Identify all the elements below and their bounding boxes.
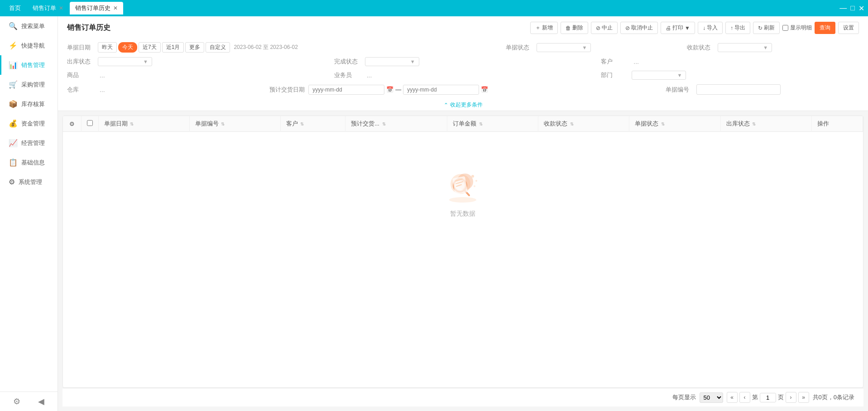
delete-icon: 🗑 xyxy=(566,25,571,31)
display-detail-checkbox[interactable] xyxy=(782,25,788,31)
product-control: ... xyxy=(98,71,325,80)
payment-status-arrow-icon: ▼ xyxy=(763,45,768,50)
department-select[interactable]: ▼ xyxy=(632,71,686,80)
7days-btn[interactable]: 近7天 xyxy=(139,42,161,53)
warehouse-dots-btn[interactable]: ... xyxy=(98,85,107,94)
sort-out-stock-icon[interactable]: ⇅ xyxy=(752,121,756,126)
sidebar-item-finance[interactable]: 💰 资金管理 xyxy=(0,114,58,133)
settings-filter-label: 设置 xyxy=(843,24,854,32)
table-header-row: ⚙ 单据日期 ⇅ 单据编号 ⇅ 客户 ⇅ 预计交货... ⇅ 订单金额 ⇅ 收款… xyxy=(63,116,863,132)
close-icon[interactable]: ✕ xyxy=(858,4,864,13)
order-status-arrow-icon: ▼ xyxy=(582,45,587,50)
page-label: 第 xyxy=(752,393,758,401)
sidebar-item-system[interactable]: ⚙ 系统管理 xyxy=(0,172,58,192)
complete-status-arrow-icon: ▼ xyxy=(410,59,415,64)
filter-row-1: 单据日期 昨天 今天 近7天 近1月 更多 自定义 2023-06-02 至 2… xyxy=(67,42,859,53)
sidebar-collapse-icon[interactable]: ◀ xyxy=(38,396,44,406)
first-page-button[interactable]: « xyxy=(727,392,738,403)
prev-page-button[interactable]: ‹ xyxy=(739,392,750,403)
select-all-checkbox[interactable] xyxy=(87,120,93,126)
import-button[interactable]: ↓ 导入 xyxy=(698,22,723,34)
stop-button[interactable]: ⊘ 中止 xyxy=(591,22,618,34)
yesterday-btn[interactable]: 昨天 xyxy=(98,42,117,53)
th-settings[interactable]: ⚙ xyxy=(63,116,81,132)
empty-state-icon xyxy=(440,168,485,204)
1month-btn[interactable]: 近1月 xyxy=(162,42,184,53)
tab-sales-order-close[interactable]: ✕ xyxy=(59,5,63,11)
filter-order-no: 单据编号 xyxy=(666,84,859,95)
basic-info-icon: 📋 xyxy=(9,158,18,167)
maximize-icon[interactable]: □ xyxy=(850,4,855,12)
sidebar-item-quick-nav[interactable]: ⚡ 快捷导航 xyxy=(0,36,58,55)
settings-filter-button[interactable]: 设置 xyxy=(838,22,859,34)
new-icon: ＋ xyxy=(535,24,541,32)
delivery-date-to-input[interactable] xyxy=(403,85,479,95)
export-button[interactable]: ↑ 导出 xyxy=(725,22,750,34)
customer-dots-btn[interactable]: ... xyxy=(632,57,641,66)
sort-date-icon[interactable]: ⇅ xyxy=(130,121,134,126)
collapse-row[interactable]: ⌃ 收起更多条件 xyxy=(67,99,859,111)
search-menu-icon: 🔍 xyxy=(9,22,18,30)
tab-sales-order[interactable]: 销售订单 ✕ xyxy=(27,2,69,15)
sort-payment-icon[interactable]: ⇅ xyxy=(570,121,574,126)
salesperson-dots-btn[interactable]: ... xyxy=(365,71,374,80)
th-delivery-date: 预计交货... ⇅ xyxy=(345,116,447,132)
customer-control: ... xyxy=(632,57,859,66)
complete-status-select[interactable]: ▼ xyxy=(365,57,419,66)
page-number-input[interactable] xyxy=(760,393,776,402)
sidebar-item-search[interactable]: 🔍 搜索菜单 xyxy=(0,16,58,36)
th-checkbox[interactable] xyxy=(81,116,98,132)
import-icon: ↓ xyxy=(703,25,705,31)
cancel-stop-button[interactable]: ⊘ 取消中止 xyxy=(620,22,658,34)
delivery-date-from-cal-icon[interactable]: 📅 xyxy=(386,86,393,93)
sidebar-settings-icon[interactable]: ⚙ xyxy=(13,396,20,406)
department-arrow-icon: ▼ xyxy=(677,73,682,78)
new-button[interactable]: ＋ 新增 xyxy=(530,22,558,34)
query-button[interactable]: 查询 xyxy=(815,22,835,34)
sort-customer-icon[interactable]: ⇅ xyxy=(300,121,304,126)
sort-order-no-icon[interactable]: ⇅ xyxy=(221,121,225,126)
sidebar: 🔍 搜索菜单 ⚡ 快捷导航 📊 销售管理 🛒 采购管理 📦 库存核算 💰 资金管… xyxy=(0,16,58,411)
tab-home[interactable]: 首页 xyxy=(4,2,26,15)
last-page-button[interactable]: » xyxy=(798,392,809,403)
query-label: 查询 xyxy=(820,24,830,32)
sidebar-item-operations[interactable]: 📈 经营管理 xyxy=(0,133,58,153)
minimize-icon[interactable]: — xyxy=(839,4,847,12)
th-order-status: 单据状态 ⇅ xyxy=(629,116,720,132)
sidebar-item-sales[interactable]: 📊 销售管理 xyxy=(0,55,58,75)
display-detail-checkbox-wrapper[interactable]: 显示明细 xyxy=(782,24,812,32)
out-stock-select[interactable]: ▼ xyxy=(98,57,152,66)
payment-status-select[interactable]: ▼ xyxy=(718,43,772,52)
sidebar-item-finance-label: 资金管理 xyxy=(21,120,45,128)
per-page-select[interactable]: 50 10 20 100 xyxy=(700,392,723,403)
svg-point-11 xyxy=(475,180,477,182)
filter-row-3: 商品 ... 业务员 ... 部门 xyxy=(67,71,859,80)
sort-amount-icon[interactable]: ⇅ xyxy=(479,121,483,126)
today-btn[interactable]: 今天 xyxy=(118,42,137,53)
order-no-input[interactable] xyxy=(696,84,781,95)
sort-order-status-icon[interactable]: ⇅ xyxy=(661,121,665,126)
delivery-date-to-cal-icon[interactable]: 📅 xyxy=(481,86,488,93)
custom-btn[interactable]: 自定义 xyxy=(206,42,230,53)
sort-delivery-icon[interactable]: ⇅ xyxy=(382,121,386,126)
new-label: 新增 xyxy=(542,24,553,32)
more-btn[interactable]: 更多 xyxy=(185,42,204,53)
page-title: 销售订单历史 xyxy=(67,23,110,33)
tab-sales-order-history-close[interactable]: ✕ xyxy=(113,5,118,11)
order-status-select[interactable]: ▼ xyxy=(537,43,591,52)
next-page-button[interactable]: › xyxy=(786,392,796,403)
delivery-date-from-input[interactable] xyxy=(308,85,384,95)
refresh-button[interactable]: ↻ 刷新 xyxy=(753,22,780,34)
complete-status-label: 完成状态 xyxy=(334,58,361,66)
product-dots-btn[interactable]: ... xyxy=(98,71,107,80)
finance-icon: 💰 xyxy=(9,119,18,128)
sidebar-item-purchase[interactable]: 🛒 采购管理 xyxy=(0,75,58,94)
sidebar-item-sales-label: 销售管理 xyxy=(21,61,45,69)
print-button[interactable]: 🖨 打印 ▼ xyxy=(661,22,695,34)
sidebar-item-basic-info[interactable]: 📋 基础信息 xyxy=(0,153,58,172)
sidebar-item-inventory[interactable]: 📦 库存核算 xyxy=(0,94,58,114)
per-page-label: 每页显示 xyxy=(672,393,696,401)
delete-button[interactable]: 🗑 删除 xyxy=(561,22,588,34)
out-stock-label: 出库状态 xyxy=(67,58,94,66)
tab-sales-order-history[interactable]: 销售订单历史 ✕ xyxy=(70,2,123,15)
